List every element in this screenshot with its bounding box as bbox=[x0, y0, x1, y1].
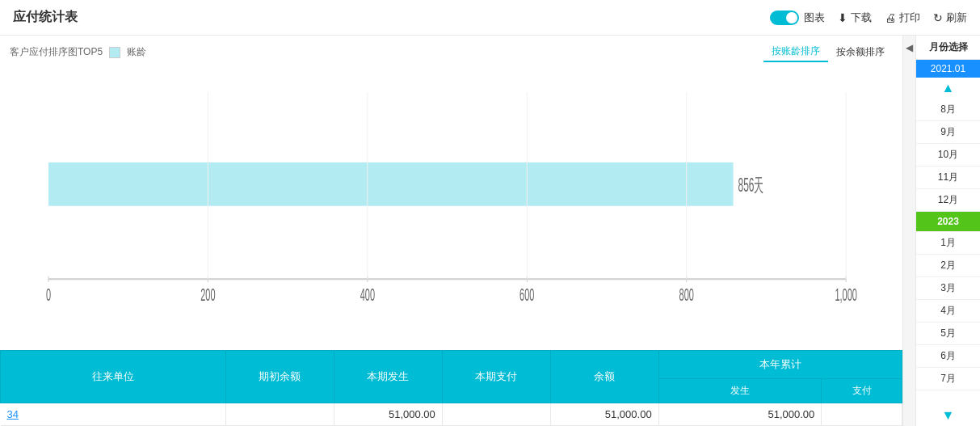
svg-text:1,000: 1,000 bbox=[835, 285, 856, 305]
th-period-pay: 本期支付 bbox=[442, 351, 550, 403]
chart-section: 客户应付排序图TOP5 账龄 按账龄排序 按余额排序 34 bbox=[0, 36, 902, 426]
download-label: 下载 bbox=[851, 11, 872, 25]
table-section: 往来单位 期初余额 本期发生 本期支付 余额 本年累计 发生 支付 bbox=[0, 350, 902, 426]
svg-text:0: 0 bbox=[46, 285, 51, 305]
print-button[interactable]: 🖨 打印 bbox=[885, 11, 920, 25]
sidebar-month-1[interactable]: 1月 bbox=[916, 232, 980, 255]
print-label: 打印 bbox=[899, 11, 920, 25]
th-year-occur: 发生 bbox=[658, 379, 822, 403]
table-header-row-1: 往来单位 期初余额 本期发生 本期支付 余额 本年累计 bbox=[1, 351, 902, 379]
collapse-bar[interactable]: ◀ bbox=[902, 36, 915, 426]
sidebar-up-button[interactable]: ▲ bbox=[916, 78, 980, 99]
table-body: 34 51,000.00 51,000.00 51,000.00 bbox=[1, 403, 902, 426]
svg-text:400: 400 bbox=[360, 285, 375, 305]
th-year-pay: 支付 bbox=[822, 379, 902, 403]
download-button[interactable]: ⬇ 下载 bbox=[838, 11, 872, 25]
cell-period-occur: 51,000.00 bbox=[334, 403, 442, 426]
sidebar-months: 8月 9月 10月 11月 12月 2023 1月 2月 3月 4月 5月 6月… bbox=[916, 99, 980, 405]
legend-box bbox=[109, 47, 120, 58]
chart-legend-title: 客户应付排序图TOP5 bbox=[10, 45, 103, 59]
chart-toggle-label: 图表 bbox=[804, 11, 825, 25]
sidebar-month-8[interactable]: 8月 bbox=[916, 99, 980, 121]
chart-svg: 34 856天 0 200 bbox=[40, 77, 886, 326]
chart-legend-label: 账龄 bbox=[127, 45, 146, 59]
print-icon: 🖨 bbox=[885, 11, 896, 24]
cell-year-occur: 51,000.00 bbox=[658, 403, 822, 426]
sidebar-month-5[interactable]: 5月 bbox=[916, 323, 980, 345]
refresh-label: 刷新 bbox=[946, 11, 967, 25]
th-source-unit: 往来单位 bbox=[1, 351, 226, 403]
sidebar-month-11[interactable]: 11月 bbox=[916, 167, 980, 189]
app-container: 应付统计表 图表 ⬇ 下载 🖨 打印 ↻ 刷新 bbox=[0, 0, 980, 426]
svg-text:600: 600 bbox=[519, 285, 534, 305]
chart-toggle[interactable] bbox=[770, 11, 799, 25]
cell-balance: 51,000.00 bbox=[550, 403, 658, 426]
sidebar-month-2[interactable]: 2月 bbox=[916, 255, 980, 277]
sidebar-month-7[interactable]: 7月 bbox=[916, 368, 980, 390]
main-content: 客户应付排序图TOP5 账龄 按账龄排序 按余额排序 34 bbox=[0, 36, 980, 426]
th-year-total: 本年累计 bbox=[658, 351, 902, 379]
sidebar-month-9[interactable]: 9月 bbox=[916, 121, 980, 144]
page-title: 应付统计表 bbox=[13, 9, 78, 26]
sidebar: 月份选择 2021.01 ▲ 8月 9月 10月 11月 12月 2023 1月… bbox=[915, 36, 980, 426]
right-panel: ◀ 月份选择 2021.01 ▲ 8月 9月 10月 11月 12月 2023 … bbox=[902, 36, 980, 426]
chart-header: 客户应付排序图TOP5 账龄 按账龄排序 按余额排序 bbox=[0, 36, 902, 69]
th-period-balance: 期初余额 bbox=[226, 351, 334, 403]
header: 应付统计表 图表 ⬇ 下载 🖨 打印 ↻ 刷新 bbox=[0, 0, 980, 36]
sidebar-header[interactable]: 月份选择 bbox=[916, 36, 980, 60]
sidebar-month-12[interactable]: 12月 bbox=[916, 189, 980, 212]
chart-bar bbox=[48, 162, 734, 206]
chart-toggle-group: 图表 bbox=[770, 11, 825, 25]
table-row: 34 51,000.00 51,000.00 51,000.00 bbox=[1, 403, 902, 426]
sidebar-year-2023[interactable]: 2023 bbox=[916, 212, 980, 232]
sidebar-month-6[interactable]: 6月 bbox=[916, 345, 980, 368]
sidebar-month-10[interactable]: 10月 bbox=[916, 144, 980, 167]
sort-by-amount-button[interactable]: 按账龄排序 bbox=[763, 42, 828, 62]
refresh-button[interactable]: ↻ 刷新 bbox=[933, 11, 967, 25]
th-balance: 余额 bbox=[550, 351, 658, 403]
chart-body: 34 856天 0 200 bbox=[0, 69, 902, 350]
sidebar-month-3[interactable]: 3月 bbox=[916, 277, 980, 300]
sidebar-year-input[interactable]: 2021.01 bbox=[916, 60, 980, 78]
cell-unit[interactable]: 34 bbox=[1, 403, 226, 426]
stats-table: 往来单位 期初余额 本期发生 本期支付 余额 本年累计 发生 支付 bbox=[0, 350, 902, 426]
refresh-icon: ↻ bbox=[933, 11, 943, 24]
svg-text:856天: 856天 bbox=[738, 175, 764, 196]
header-actions: 图表 ⬇ 下载 🖨 打印 ↻ 刷新 bbox=[770, 11, 967, 25]
cell-year-pay bbox=[822, 403, 902, 426]
table-wrapper: 往来单位 期初余额 本期发生 本期支付 余额 本年累计 发生 支付 bbox=[0, 350, 902, 426]
sort-by-balance-button[interactable]: 按余额排序 bbox=[828, 42, 893, 62]
svg-text:800: 800 bbox=[679, 285, 694, 305]
chart-sort-buttons: 按账龄排序 按余额排序 bbox=[763, 42, 893, 62]
chart-legend: 客户应付排序图TOP5 账龄 bbox=[10, 45, 146, 59]
cell-period-balance bbox=[226, 403, 334, 426]
download-icon: ⬇ bbox=[838, 11, 848, 24]
cell-period-pay bbox=[442, 403, 550, 426]
sidebar-month-4[interactable]: 4月 bbox=[916, 300, 980, 323]
sidebar-down-button[interactable]: ▼ bbox=[916, 405, 980, 426]
th-period-occur: 本期发生 bbox=[334, 351, 442, 403]
sidebar-header-label: 月份选择 bbox=[929, 41, 968, 53]
svg-text:200: 200 bbox=[200, 285, 215, 305]
